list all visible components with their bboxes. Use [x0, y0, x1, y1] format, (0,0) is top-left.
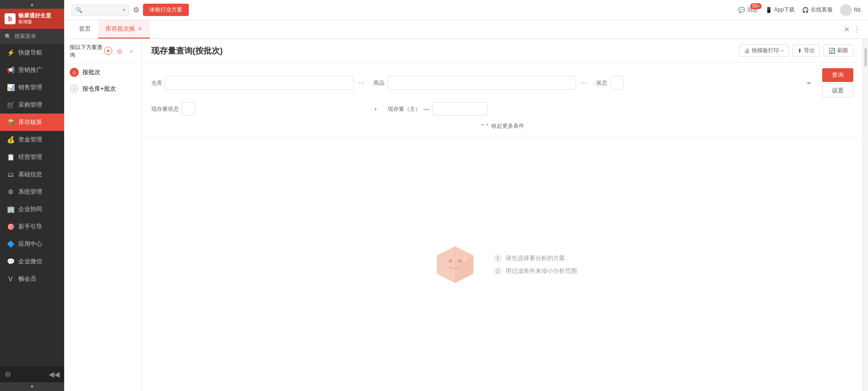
sidebar-item-purchase[interactable]: 🛒 采购管理 [0, 96, 64, 114]
export-label: 导出 [804, 47, 815, 54]
tab-inventory[interactable]: 库存批次账 ✕ [98, 20, 150, 38]
filter-inventory-status: 现存量状态 [151, 102, 380, 116]
tab-home[interactable]: 首页 [71, 20, 98, 38]
collapse-more-btn[interactable]: ⌃⌃ 收起更多条件 [477, 120, 528, 132]
tab-inventory-label: 库存批次账 [105, 25, 135, 33]
filter-separator: — [423, 105, 430, 113]
sidebar-item-inventory[interactable]: 📦 库存核算 [0, 114, 64, 131]
sidebar-item-sales[interactable]: 📊 销售管理 [0, 79, 64, 96]
topbar-search-input[interactable] [84, 7, 121, 13]
sidebar-item-marketing[interactable]: 📢 营销推广 [0, 61, 64, 79]
svg-point-5 [458, 259, 461, 263]
collapse-more-label: 收起更多条件 [491, 122, 524, 130]
topbar-settings-icon[interactable]: ⚙ [133, 5, 139, 14]
sidebar-item-quick-nav[interactable]: ⚡ 快捷导航 [0, 44, 64, 61]
settings-btn[interactable]: 设置 [822, 84, 853, 98]
vip-icon: V [6, 275, 15, 283]
scheme-add-icon[interactable]: + [104, 47, 112, 55]
topbar: 🔍 ▾ ⚙ 体验行业方案 💬 消息 99+ 📱 App下载 🎧 在线客服 R [64, 0, 868, 20]
sidebar-item-label: 企业微信 [18, 257, 42, 266]
export-icon: ⬆ [797, 48, 802, 54]
sidebar-item-label: 快捷导航 [18, 49, 42, 57]
tab-more-icon[interactable]: ⋮ [853, 25, 861, 34]
sidebar-item-appstore[interactable]: 🔷 应用中心 [0, 235, 64, 253]
filter-row-2: 现存量状态 现存量（主） — [151, 102, 853, 116]
export-btn[interactable]: ⬆ 导出 [792, 44, 820, 57]
inventory-status-select-wrap [181, 102, 380, 116]
online-service-btn[interactable]: 🎧 在线客服 [802, 6, 833, 14]
topbar-actions: 💬 消息 99+ 📱 App下载 🎧 在线客服 Rit [738, 4, 861, 16]
appstore-icon: 🔷 [6, 240, 15, 248]
filter-status: 状态 ▾ [596, 76, 811, 90]
sidebar-search[interactable]: 🔍 搜索菜单 [0, 29, 64, 44]
enterprise-icon: 🏢 [6, 205, 15, 213]
sidebar-item-label: 采购管理 [18, 101, 42, 109]
collapse-sidebar-icon[interactable]: ◀◀ [49, 370, 60, 379]
inventory-main-input[interactable] [433, 102, 488, 116]
sidebar-item-operations[interactable]: 📋 经营管理 [0, 148, 64, 166]
inventory-status-select[interactable] [181, 102, 195, 116]
sidebar-item-finance[interactable]: 💰 资金管理 [0, 131, 64, 148]
sidebar-item-label: 基础信息 [18, 170, 42, 179]
message-icon: 💬 [738, 7, 745, 13]
messages-btn[interactable]: 💬 消息 99+ [738, 6, 758, 14]
sidebar-item-label: 畅会员 [18, 275, 36, 283]
tab-close-inventory[interactable]: ✕ [138, 26, 143, 32]
scheme-item-by-batch[interactable]: ⊙ 按批次 [64, 64, 142, 81]
basic-icon: 🗂 [6, 170, 15, 179]
refresh-btn[interactable]: 🔄 刷新 [824, 44, 853, 57]
empty-tip-2: 2 用过滤条件来缩小分析范围 [494, 267, 577, 275]
filter-bar: 仓库 ··· 商品 ··· 状态 ▾ [142, 63, 863, 138]
sidebar-item-basic[interactable]: 🗂 基础信息 [0, 166, 64, 183]
user-avatar-btn[interactable]: Rit [840, 4, 861, 16]
service-icon: 🎧 [802, 7, 809, 13]
phone-icon: 📱 [765, 7, 772, 13]
sidebar-item-label: 企业协同 [18, 205, 42, 213]
product-input[interactable] [387, 76, 576, 90]
page-title: 现存量查询(按批次) [151, 45, 223, 56]
topbar-dropdown-icon[interactable]: ▾ [123, 7, 125, 12]
search-label: 搜索菜单 [14, 33, 36, 40]
settings-icon[interactable]: ⚙ [5, 370, 11, 379]
sidebar-header: b 畅康通好生意 标准版 [0, 9, 64, 29]
sidebar-item-wechat[interactable]: 💬 企业微信 [0, 253, 64, 270]
right-scrollbar[interactable] [863, 39, 868, 391]
experience-btn[interactable]: 体验行业方案 [143, 4, 189, 16]
sidebar-nav: ⚡ 快捷导航 📢 营销推广 📊 销售管理 🛒 采购管理 📦 库存核算 💰 资金管… [0, 44, 64, 366]
username: Rit [854, 7, 861, 13]
print-icon: 🖨 [744, 48, 750, 54]
filter-product: 商品 ··· [374, 76, 588, 90]
warehouse-dots-btn[interactable]: ··· [357, 79, 366, 87]
sidebar-item-system[interactable]: ⚙ 系统管理 [0, 183, 64, 201]
sidebar-item-enterprise[interactable]: 🏢 企业协同 [0, 201, 64, 218]
newbie-icon: 🎯 [6, 223, 15, 231]
product-dots-btn[interactable]: ··· [579, 79, 588, 87]
print-btn[interactable]: 🖨 按模板打印 ▾ [739, 44, 789, 57]
scrollbar-thumb [864, 48, 867, 66]
sidebar-item-vip[interactable]: V 畅会员 [0, 270, 64, 288]
inventory-icon: 📦 [6, 118, 15, 126]
refresh-label: 刷新 [837, 47, 848, 54]
tab-home-label: 首页 [79, 25, 91, 33]
sidebar-footer: ⚙ ◀◀ [0, 366, 64, 382]
page-header: 现存量查询(按批次) 🖨 按模板打印 ▾ ⬆ 导出 🔄 刷新 [142, 39, 863, 63]
topbar-search-box[interactable]: 🔍 ▾ [71, 5, 129, 16]
app-download-btn[interactable]: 📱 App下载 [765, 6, 795, 14]
sidebar-scroll-up[interactable]: ▲ [0, 0, 64, 9]
inventory-status-label: 现存量状态 [151, 105, 179, 113]
query-btn[interactable]: 查询 [822, 68, 853, 82]
warehouse-input[interactable] [165, 76, 354, 90]
system-icon: ⚙ [6, 188, 15, 196]
scheme-settings-icon[interactable]: ⊙ [115, 47, 124, 56]
scheme-collapse-icon[interactable]: « [127, 47, 136, 56]
print-label: 按模板打印 [752, 47, 779, 54]
scheme-item-by-warehouse-batch[interactable]: ○ 按仓库+批次 [64, 81, 142, 97]
sidebar-scroll-down[interactable]: ▼ [0, 382, 64, 391]
filter-row-1: 仓库 ··· 商品 ··· 状态 ▾ [151, 68, 853, 98]
sidebar-item-newbie[interactable]: 🎯 新手引导 [0, 218, 64, 235]
scheme-label-by-warehouse-batch: 按仓库+批次 [82, 85, 116, 93]
status-select[interactable] [610, 76, 624, 90]
sales-icon: 📊 [6, 83, 15, 92]
tab-close-page-icon[interactable]: ✕ [844, 25, 850, 34]
purchase-icon: 🛒 [6, 101, 15, 109]
